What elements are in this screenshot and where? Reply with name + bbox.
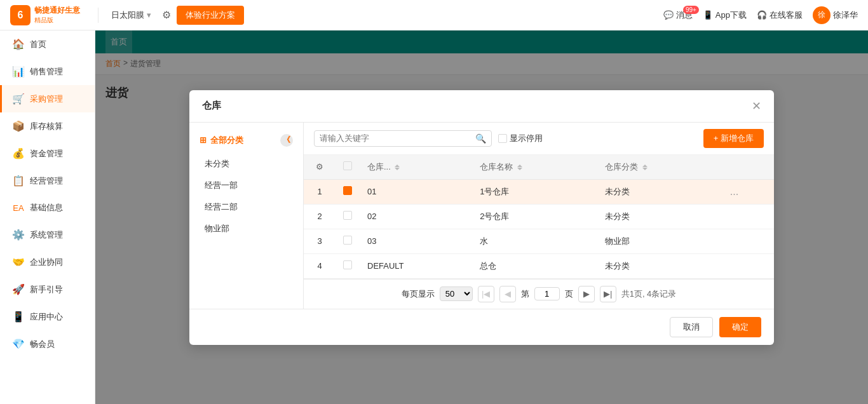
sidebar-label-inventory: 库存核算 [30,121,63,132]
sidebar-item-app[interactable]: 📱 应用中心 [0,303,95,330]
page-label-post: 页 [565,288,573,300]
th-category-label: 仓库分类 [605,162,638,172]
notifications-item[interactable]: 💬 消息 99+ [663,10,693,21]
next-page-button[interactable]: ▶ [578,286,595,302]
sidebar-item-finance[interactable]: 💰 资金管理 [0,140,95,167]
sidebar-item-enterprise[interactable]: 🤝 企业协同 [0,248,95,276]
row-checkbox-cell[interactable] [336,229,360,253]
phone-icon: 📱 [703,10,713,20]
row-category: 物业部 [597,229,722,253]
category-item-property[interactable]: 物业部 [189,218,303,239]
prev-page-button[interactable]: ◀ [499,286,516,302]
sidebar-item-home[interactable]: 🏠 首页 [0,30,95,58]
sort-icon-name [517,165,522,170]
row-checkbox[interactable] [343,236,352,245]
th-gear: ⚙ [304,155,336,180]
row-checkbox-cell[interactable] [336,204,360,229]
basic-info-icon: EA [12,203,25,213]
avatar: 徐 [813,6,831,24]
add-warehouse-button[interactable]: + 新增仓库 [703,129,764,148]
row-checkbox[interactable] [343,260,352,269]
row-checkbox-cell[interactable] [336,253,360,278]
category-item-unclassified[interactable]: 未分类 [189,153,303,175]
modal-body: ⊞ 全部分类 《 未分类 经营一部 经营二部 [189,123,774,309]
app-download-item[interactable]: 📱 App下载 [703,10,747,21]
table-row[interactable]: 1 01 1号仓库 未分类 ... [304,179,774,204]
app-download-label: App下载 [715,10,747,21]
sidebar-label-app: 应用中心 [30,311,63,323]
store-name: 日太阳膜 [111,10,144,21]
show-disabled-checkbox[interactable] [498,134,507,143]
app-icon: 📱 [12,311,25,323]
warehouse-table: ⚙ 仓库... 仓库名称 [304,155,774,279]
category-label-property: 物业部 [205,224,229,233]
settings-icon[interactable]: ⚙ [156,5,177,25]
row-checkbox[interactable] [343,211,352,220]
sidebar-item-operations[interactable]: 📋 经营管理 [0,167,95,194]
sidebar-item-sales[interactable]: 📊 销售管理 [0,58,95,85]
sidebar-item-guide[interactable]: 🚀 新手引导 [0,276,95,303]
sidebar-item-basic-info[interactable]: EA 基础信息 [0,194,95,221]
search-input[interactable] [320,133,471,143]
category-item-dept2[interactable]: 经营二部 [189,196,303,218]
page-size-dropdown[interactable]: 50 100 [440,286,473,301]
logo-icon: 6 [10,5,31,25]
table-row[interactable]: 3 03 水 物业部 [304,229,774,253]
cancel-button[interactable]: 取消 [670,317,713,337]
logo-text-wrap: 畅捷通好生意 精品版 [34,5,80,25]
sidebar-item-purchase[interactable]: 🛒 采购管理 [0,85,95,112]
sort-icon-code [395,165,400,170]
modal-close-button[interactable]: ✕ [752,99,761,113]
show-disabled-label[interactable]: 显示停用 [498,133,543,144]
table-row[interactable]: 2 02 2号仓库 未分类 [304,204,774,229]
message-icon: 💬 [663,10,674,20]
page-size-select[interactable]: 50 100 [440,286,473,301]
gear-icon: ⚙ [316,162,323,172]
row-checkbox-cell[interactable] [336,179,360,204]
store-selector[interactable]: 日太阳膜 ▾ [106,7,156,24]
confirm-button[interactable]: 确定 [719,317,761,337]
sidebar-item-inventory[interactable]: 📦 库存核算 [0,112,95,140]
modal-category-sidebar: ⊞ 全部分类 《 未分类 经营一部 经营二部 [189,123,304,309]
sidebar-label-system: 系统管理 [30,229,63,241]
row-num: 3 [304,229,336,253]
sidebar-label-home: 首页 [30,39,46,50]
sidebar-label-sales: 销售管理 [30,66,63,77]
sidebar-item-member[interactable]: 💎 畅会员 [0,330,95,358]
row-name: 水 [472,229,597,253]
logo-badge: 精品版 [34,16,80,25]
row-code: DEFAULT [360,253,472,278]
page-number-input[interactable] [534,287,560,300]
select-all-checkbox[interactable] [343,161,352,170]
enterprise-icon: 🤝 [12,256,25,268]
th-category: 仓库分类 [597,155,722,180]
th-actions [722,155,774,180]
modal-category-header[interactable]: ⊞ 全部分类 《 [189,128,303,153]
finance-icon: 💰 [12,147,25,159]
table-header-row: ⚙ 仓库... 仓库名称 [304,155,774,180]
modal-pagination: 每页显示 50 100 |◀ ◀ 第 页 [304,279,774,309]
row-checkbox[interactable] [343,186,352,195]
th-name-label: 仓库名称 [480,162,513,172]
grid-icon: ⊞ [200,135,207,145]
operations-icon: 📋 [12,175,25,187]
collapse-button[interactable]: 《 [280,134,293,147]
first-page-button[interactable]: |◀ [478,286,494,302]
sort-icon-category [642,165,648,170]
table-row[interactable]: 4 DEFAULT 总仓 未分类 [304,253,774,278]
search-icon[interactable]: 🔍 [475,133,486,144]
last-page-button[interactable]: ▶| [600,286,616,302]
online-service-label: 在线客服 [770,10,803,21]
main-layout: 🏠 首页 📊 销售管理 🛒 采购管理 📦 库存核算 💰 资金管理 📋 经营管理 … [0,30,868,404]
row-num: 2 [304,204,336,229]
more-actions-button[interactable]: ... [730,186,738,197]
trial-button[interactable]: 体验行业方案 [177,6,244,25]
row-code: 02 [360,204,472,229]
sidebar-item-system[interactable]: ⚙️ 系统管理 [0,221,95,248]
username: 徐泽华 [833,10,858,21]
online-service-item[interactable]: 🎧 在线客服 [757,10,803,21]
user-item[interactable]: 徐 徐泽华 [813,6,858,24]
category-item-dept1[interactable]: 经营一部 [189,175,303,196]
search-input-wrap[interactable]: 🔍 [314,130,492,147]
row-category: 未分类 [597,204,722,229]
